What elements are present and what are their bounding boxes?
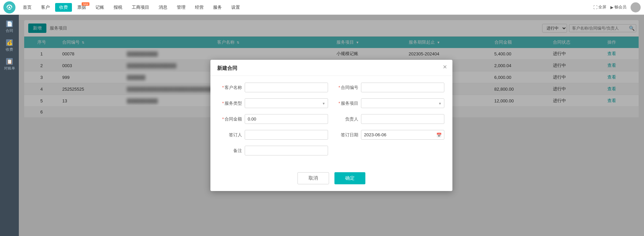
amount-input[interactable] [245,114,328,124]
service-item-label: *服务项目 [335,100,358,106]
contract-no-label: *合同编号 [335,85,358,91]
sidebar-label-statement: 对账单 [4,66,15,71]
service-item-select-wrap [361,98,444,108]
form-group-amount: *合同金额 [218,114,328,124]
service-type-label: *服务类型 [218,100,242,106]
form-group-contract-no: *合同编号 [335,83,444,92]
top-navigation: 首页 客户 收费 票据 new 记账 报税 工商项目 消息 管理 经营 服务 设… [0,0,644,15]
form-group-empty [335,146,444,155]
fullscreen-button[interactable]: ⛶ 全屏 [593,4,606,10]
amount-label: *合同金额 [218,116,242,122]
form-group-service-type: *服务类型 [218,98,328,108]
member-button[interactable]: ▶ 畅会员 [610,4,627,10]
sidebar-item-statement[interactable]: 📋 对账单 [1,56,18,73]
nav-tax[interactable]: 报税 [110,3,126,12]
modal-title: 新建合同 [217,65,237,71]
nav-messages[interactable]: 消息 [155,3,171,12]
sidebar-item-billing[interactable]: 💰 收费 [1,37,18,54]
nav-right-area: ⛶ 全屏 ▶ 畅会员 [593,2,641,12]
form-group-person: 负责人 [335,114,444,124]
sign-date-input[interactable] [361,130,444,140]
new-contract-modal: 新建合同 ✕ *客户名称 [210,60,452,191]
service-type-select-wrap [245,98,328,108]
cancel-button[interactable]: 取消 [297,172,329,184]
content-area: 新增 服务项目 进行中 已结束 全部 🔍 序号 合同编号 [19,15,644,236]
service-item-select[interactable] [361,98,444,108]
nav-operations[interactable]: 经营 [191,3,208,12]
contract-icon: 📄 [6,20,13,27]
form-row-1: *客户名称 *合同编号 [218,83,444,92]
nav-business[interactable]: 工商项目 [128,3,153,12]
form-group-sign-date: 签订日期 📅 [335,130,444,140]
nav-menu: 首页 客户 收费 票据 new 记账 报税 工商项目 消息 管理 经营 服务 设… [19,3,593,12]
nav-invoice[interactable]: 票据 new [73,3,90,12]
modal-overlay: 新建合同 ✕ *客户名称 [19,15,644,236]
sign-date-label: 签订日期 [335,132,358,138]
new-badge: new [82,2,89,6]
play-icon: ▶ [610,5,613,10]
form-group-service-item: *服务项目 [335,98,444,108]
nav-home[interactable]: 首页 [19,3,36,12]
confirm-button[interactable]: 确定 [334,172,365,184]
calendar-icon[interactable]: 📅 [436,132,442,137]
sidebar-item-contract[interactable]: 📄 合同 [1,18,18,36]
modal-footer: 取消 确定 [210,168,452,191]
remark-input[interactable] [245,146,328,155]
main-layout: 📄 合同 💰 收费 📋 对账单 新增 服务项目 进行中 已结束 全部 [0,15,644,236]
modal-body: *客户名称 *合同编号 [210,76,452,168]
person-label: 负责人 [335,116,358,122]
form-row-3: *合同金额 负责人 [218,114,444,124]
svg-point-0 [9,6,10,8]
fullscreen-icon: ⛶ [593,5,597,10]
nav-customer[interactable]: 客户 [37,3,54,12]
signer-label: 签订人 [218,132,242,138]
app-logo [3,1,15,13]
customer-label: *客户名称 [218,85,242,91]
form-row-5: 备注 [218,146,444,155]
sidebar-label-contract: 合同 [6,28,13,33]
person-input[interactable] [361,114,444,124]
form-group-remark: 备注 [218,146,328,155]
nav-services[interactable]: 服务 [209,3,226,12]
billing-icon: 💰 [6,39,13,46]
modal-header: 新建合同 ✕ [210,60,452,76]
form-group-customer: *客户名称 [218,83,328,92]
sidebar: 📄 合同 💰 收费 📋 对账单 [0,15,19,236]
nav-settings[interactable]: 设置 [227,3,244,12]
sign-date-wrap: 📅 [361,130,444,140]
customer-name-input[interactable] [245,83,328,92]
avatar[interactable] [631,2,641,12]
service-type-select[interactable] [245,98,328,108]
form-row-2: *服务类型 *服务项目 [218,98,444,108]
sidebar-label-billing: 收费 [6,47,13,52]
nav-bookkeeping[interactable]: 记账 [91,3,108,12]
nav-manage[interactable]: 管理 [173,3,190,12]
statement-icon: 📋 [6,58,13,65]
form-row-4: 签订人 签订日期 📅 [218,130,444,140]
modal-close-button[interactable]: ✕ [443,64,447,70]
contract-no-input[interactable] [361,83,444,92]
remark-label: 备注 [218,148,242,154]
signer-input[interactable] [245,130,328,140]
nav-billing[interactable]: 收费 [55,3,72,12]
form-group-signer: 签订人 [218,130,328,140]
